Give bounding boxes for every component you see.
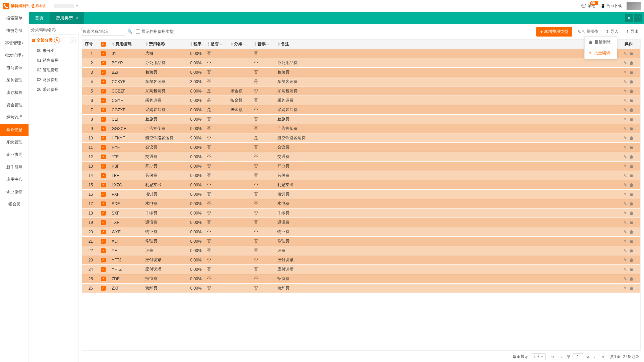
sidebar-item[interactable]: 电商管理 <box>0 62 29 74</box>
table-row[interactable]: 20✓WYF物业费0.00%否否物业费✎🗑 <box>82 227 640 237</box>
export-button[interactable]: ↥ 导出 <box>624 27 641 36</box>
row-edit-button[interactable]: ✎ <box>624 108 627 112</box>
row-delete-button[interactable]: 🗑 <box>630 286 634 291</box>
row-delete-button[interactable]: 🗑 <box>630 155 634 159</box>
cell-check[interactable]: ✓ <box>98 96 109 105</box>
row-edit-button[interactable]: ✎ <box>624 164 627 169</box>
cell-check[interactable]: ✓ <box>98 105 109 115</box>
table-row[interactable]: 24✓YFTZ应付调增0.00%否否应付调增✎🗑 <box>82 265 640 274</box>
checkbox-icon[interactable]: ✓ <box>101 211 106 216</box>
sidebar-item[interactable]: 批发管理 <box>0 49 29 62</box>
category-search-input[interactable] <box>31 27 81 32</box>
checkbox-icon[interactable]: ✓ <box>101 126 106 131</box>
col-yn[interactable]: ▲▼是否... <box>204 40 228 49</box>
table-row[interactable]: 2✓BGYP办公用品费0.00%否否办公用品费✎🗑 <box>82 58 640 68</box>
cell-check[interactable]: ✓ <box>98 58 109 68</box>
category-item[interactable]: 00 未分类 <box>36 46 76 56</box>
col-share[interactable]: ▲▼分摊... <box>228 40 251 49</box>
checkbox-icon[interactable]: ✓ <box>101 155 106 159</box>
row-edit-button[interactable]: ✎ <box>624 117 627 122</box>
cell-check[interactable]: ✓ <box>98 255 109 265</box>
row-delete-button[interactable]: 🗑 <box>630 61 634 65</box>
row-edit-button[interactable]: ✎ <box>624 145 627 150</box>
row-delete-button[interactable]: 🗑 <box>630 258 634 262</box>
row-delete-button[interactable]: 🗑 <box>630 277 634 281</box>
cell-check[interactable]: ✓ <box>98 265 109 274</box>
sidebar-item[interactable]: 快捷导航 <box>0 24 29 37</box>
category-item[interactable]: 03 财务费用 <box>36 75 76 85</box>
row-delete-button[interactable]: 🗑 <box>630 126 634 131</box>
checkbox-icon[interactable]: ✓ <box>101 136 106 140</box>
cell-check[interactable]: ✓ <box>98 68 109 77</box>
checkbox-icon[interactable]: ✓ <box>101 98 106 103</box>
table-row[interactable]: 21✓XLF修理费0.00%否否修理费✎🗑 <box>82 237 640 246</box>
batch-delete-item[interactable]: 🗑 批量删除 <box>585 37 617 48</box>
cell-check[interactable]: ✓ <box>98 115 109 124</box>
sidebar-item[interactable]: 企业微信 <box>0 186 29 198</box>
checkbox-icon[interactable]: ✓ <box>101 192 106 197</box>
table-row[interactable]: 13✓KBF开办费0.00%否否开办费✎🗑 <box>82 162 640 171</box>
row-edit-button[interactable]: ✎ <box>624 89 627 94</box>
checkbox-icon[interactable]: ✓ <box>101 277 106 281</box>
row-edit-button[interactable]: ✎ <box>624 126 627 131</box>
row-delete-button[interactable]: 🗑 <box>630 51 634 56</box>
cell-check[interactable]: ✓ <box>98 274 109 284</box>
checkbox-icon[interactable]: ✓ <box>101 117 106 122</box>
avatar[interactable] <box>627 2 641 10</box>
row-delete-button[interactable]: 🗑 <box>630 201 634 206</box>
sidebar-item[interactable]: 新手引导 <box>0 161 29 173</box>
checkbox-icon[interactable]: ✓ <box>101 239 106 244</box>
row-delete-button[interactable]: 🗑 <box>630 248 634 253</box>
table-row[interactable]: 10✓HTKYF航空铁路客运费9.00%否是航空铁路客运费✎🗑 <box>82 133 640 143</box>
messages-button[interactable]: 💬 消息 99+ <box>581 3 596 9</box>
checkbox-icon[interactable]: ✓ <box>101 201 106 206</box>
category-edit-button[interactable]: ✎ <box>54 37 60 43</box>
table-row[interactable]: 1✓01房租0.00%否否✎🗑 <box>82 49 640 58</box>
row-edit-button[interactable]: ✎ <box>624 277 627 281</box>
checkbox-icon[interactable]: ✓ <box>101 89 106 94</box>
col-check-all[interactable]: ✓ <box>98 40 109 49</box>
row-edit-button[interactable]: ✎ <box>624 61 627 65</box>
page-prev-button[interactable]: ‹ <box>558 353 565 360</box>
table-row[interactable]: 22✓YF运费0.00%否否运费✎🗑 <box>82 246 640 255</box>
sidebar-item[interactable]: 库存核算 <box>0 86 29 99</box>
row-delete-button[interactable]: 🗑 <box>630 70 634 75</box>
row-edit-button[interactable]: ✎ <box>624 230 627 234</box>
page-last-button[interactable]: ⏭ <box>600 353 607 360</box>
table-row[interactable]: 23✓YFTJ应付调减0.00%否否应付调减✎🗑 <box>82 255 640 265</box>
checkbox-icon[interactable]: ✓ <box>101 258 106 262</box>
col-code[interactable]: ▲▼费用编码 <box>109 40 143 49</box>
page-first-button[interactable]: ⏮ <box>549 353 556 360</box>
row-delete-button[interactable]: 🗑 <box>630 89 634 94</box>
row-delete-button[interactable]: 🗑 <box>630 220 634 225</box>
row-edit-button[interactable]: ✎ <box>624 258 627 262</box>
row-edit-button[interactable]: ✎ <box>624 211 627 216</box>
checkbox-icon[interactable]: ✓ <box>101 183 106 187</box>
checkbox-icon[interactable]: ✓ <box>101 108 106 112</box>
row-edit-button[interactable]: ✎ <box>624 173 627 178</box>
page-next-button[interactable]: › <box>591 353 598 360</box>
table-row[interactable]: 16✓PXF培训费0.00%否否培训费✎🗑 <box>82 190 640 199</box>
cell-check[interactable]: ✓ <box>98 49 109 58</box>
collapse-panel-button[interactable]: « <box>70 38 75 43</box>
search-icon[interactable]: 🔍 <box>127 29 132 34</box>
category-all[interactable]: ▦ 全部分类 ✎ « <box>31 35 76 46</box>
tab-fee-type[interactable]: 费用类型 ✕ <box>50 12 84 24</box>
checkbox-icon[interactable]: ✓ <box>101 79 106 84</box>
row-delete-button[interactable]: 🗑 <box>630 136 634 140</box>
checkbox-icon[interactable]: ✓ <box>101 230 106 234</box>
sidebar-item[interactable]: 零售管理 <box>0 37 29 49</box>
row-delete-button[interactable]: 🗑 <box>630 79 634 84</box>
batch-edit-item[interactable]: ✎ 批量编辑 <box>585 48 617 59</box>
table-row[interactable]: 18✓SXF手续费0.00%否否手续费✎🗑 <box>82 208 640 218</box>
tab-home[interactable]: 首页 <box>29 12 50 24</box>
table-row[interactable]: 7✓CGZXF采购装卸费0.00%是按金额否采购装卸费✎🗑 <box>82 105 640 115</box>
col-rate[interactable]: ▲▼税率 <box>183 40 204 49</box>
cell-check[interactable]: ✓ <box>98 227 109 237</box>
cell-check[interactable]: ✓ <box>98 86 109 96</box>
cell-check[interactable]: ✓ <box>98 162 109 171</box>
table-row[interactable]: 3✓BZF包装费0.00%否否包装费✎🗑 <box>82 68 640 77</box>
row-edit-button[interactable]: ✎ <box>624 248 627 253</box>
import-button[interactable]: ↧ 导入 <box>604 27 621 36</box>
sidebar-item[interactable]: 搜索菜单 <box>0 12 29 24</box>
